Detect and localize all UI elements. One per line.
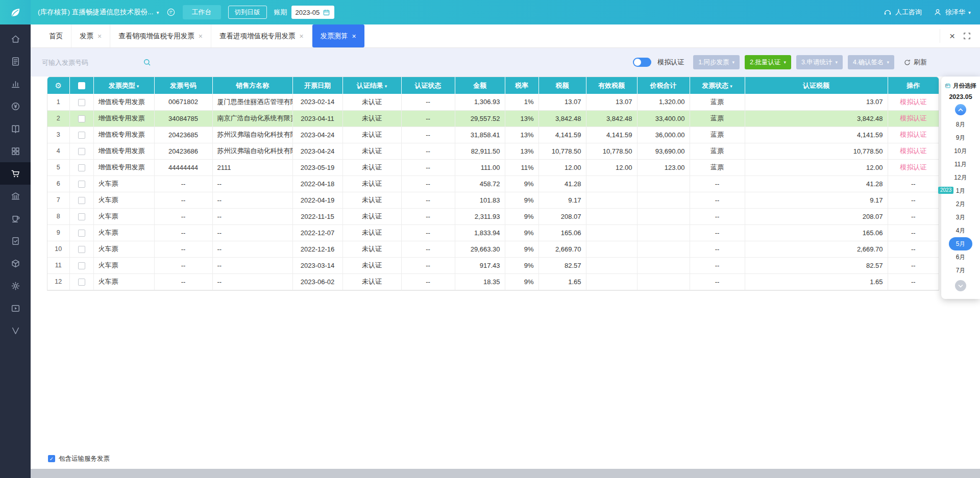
fullscreen-icon[interactable] bbox=[963, 32, 971, 40]
row-checkbox[interactable] bbox=[78, 132, 85, 139]
month-item[interactable]: 7月 bbox=[949, 264, 972, 277]
sidebar-item-invoice[interactable] bbox=[0, 50, 31, 72]
cell-tax-amount: 4,141.59 bbox=[538, 127, 586, 143]
sidebar-item-modules[interactable] bbox=[0, 140, 31, 162]
row-checkbox[interactable] bbox=[78, 115, 85, 122]
column-header-valid-tax[interactable]: 有效税额 bbox=[586, 77, 637, 94]
tab-close-icon[interactable]: × bbox=[97, 33, 102, 40]
cell-total-with-tax bbox=[637, 192, 690, 208]
sidebar-item-ledger[interactable] bbox=[0, 117, 31, 140]
workbench-button[interactable]: 工作台 bbox=[183, 5, 221, 19]
sidebar-item-asset[interactable] bbox=[0, 185, 31, 207]
sidebar-item-service[interactable] bbox=[0, 207, 31, 230]
app-logo[interactable] bbox=[0, 0, 31, 24]
month-item[interactable]: 1月2023 bbox=[949, 184, 972, 197]
company-selector[interactable]: (库存核算) 直播畅捷通信息技术股份... ▾ bbox=[38, 8, 159, 17]
month-item[interactable]: 8月 bbox=[949, 118, 972, 131]
close-tab-icon[interactable]: × bbox=[949, 31, 955, 41]
filter-caret-icon[interactable]: ▾ bbox=[730, 84, 732, 89]
action-button-2[interactable]: 2.批量认证▾ bbox=[745, 55, 791, 69]
tab-3[interactable]: 查看进项增值税专用发票× bbox=[211, 24, 312, 47]
tab-close-icon[interactable]: × bbox=[299, 33, 303, 40]
month-panel-header: » 月份选择 bbox=[941, 81, 980, 91]
column-settings-gear-icon[interactable]: ⚙ bbox=[55, 81, 62, 90]
row-checkbox[interactable] bbox=[78, 197, 85, 204]
switch-version-button[interactable]: 切到日版 bbox=[228, 6, 267, 19]
tab-close-icon[interactable]: × bbox=[199, 33, 203, 40]
row-checkbox[interactable] bbox=[78, 262, 85, 269]
filter-caret-icon[interactable]: ▾ bbox=[137, 84, 139, 89]
refresh-button[interactable]: 刷新 bbox=[903, 58, 927, 67]
sidebar-item-purchase[interactable] bbox=[0, 162, 31, 185]
action-button-4[interactable]: 4.确认签名▾ bbox=[848, 55, 894, 69]
support-link[interactable]: 人工咨询 bbox=[883, 8, 922, 17]
row-checkbox[interactable] bbox=[78, 164, 85, 171]
include-transport-checkbox[interactable]: ✓ bbox=[48, 455, 55, 462]
month-item[interactable]: 11月 bbox=[949, 158, 972, 171]
column-header-label: 发票状态 bbox=[702, 82, 728, 89]
column-header-auth-result[interactable]: 认证结果▾ bbox=[342, 77, 401, 94]
month-item[interactable]: 5月 bbox=[949, 237, 972, 250]
simulate-auth-link[interactable]: 模拟认证 bbox=[900, 147, 926, 155]
row-checkbox[interactable] bbox=[78, 99, 85, 106]
column-header-tax-rate[interactable]: 税率 bbox=[505, 77, 538, 94]
sidebar-item-home[interactable] bbox=[0, 28, 31, 50]
month-item[interactable]: 10月 bbox=[949, 144, 972, 158]
action-button-1[interactable]: 1.同步发票▾ bbox=[693, 55, 740, 69]
column-header-invoice-date[interactable]: 开票日期 bbox=[292, 77, 342, 94]
column-header-invoice-number[interactable]: 发票号码 bbox=[154, 77, 212, 94]
row-checkbox[interactable] bbox=[78, 148, 85, 155]
row-checkbox[interactable] bbox=[78, 230, 85, 237]
column-header-tax-amount[interactable]: 税额 bbox=[538, 77, 586, 94]
column-header-auth-tax[interactable]: 认证税额 bbox=[745, 77, 888, 94]
month-item[interactable]: 3月 bbox=[949, 211, 972, 224]
column-header-seller-name[interactable]: 销售方名称 bbox=[212, 77, 292, 94]
sidebar-item-video[interactable] bbox=[0, 297, 31, 319]
filter-caret-icon[interactable]: ▾ bbox=[385, 84, 387, 89]
column-header-auth-status[interactable]: 认证状态 bbox=[401, 77, 455, 94]
column-header-operation[interactable]: 操作 bbox=[888, 77, 939, 94]
cell-tax-amount: 82.57 bbox=[538, 257, 586, 273]
tab-0[interactable]: 首页 bbox=[41, 24, 71, 47]
simulate-auth-link[interactable]: 模拟认证 bbox=[900, 163, 926, 171]
scroll-up-button[interactable] bbox=[955, 104, 966, 115]
tab-4[interactable]: 发票测算× bbox=[312, 24, 364, 47]
simulate-auth-toggle[interactable] bbox=[633, 58, 651, 67]
collapse-panel-icon[interactable]: » bbox=[945, 82, 948, 89]
action-button-3[interactable]: 3.申请统计▾ bbox=[796, 55, 843, 69]
select-all-checkbox[interactable] bbox=[78, 82, 85, 89]
scroll-down-button[interactable] bbox=[955, 280, 966, 291]
sidebar-item-report[interactable] bbox=[0, 72, 31, 95]
search-icon[interactable] bbox=[143, 58, 152, 67]
simulate-auth-link[interactable]: 模拟认证 bbox=[900, 131, 926, 138]
column-header-amount[interactable]: 金额 bbox=[455, 77, 505, 94]
column-header-invoice-status[interactable]: 发票状态▾ bbox=[690, 77, 745, 94]
column-header-total-with-tax[interactable]: 价税合计 bbox=[637, 77, 690, 94]
tab-2[interactable]: 查看销项增值税专用发票× bbox=[110, 24, 211, 47]
tab-close-icon[interactable]: × bbox=[352, 33, 356, 40]
sidebar-item-cash[interactable] bbox=[0, 95, 31, 117]
simulate-auth-link[interactable]: 模拟认证 bbox=[900, 114, 926, 122]
month-item[interactable]: 4月 bbox=[949, 224, 972, 237]
notice-icon[interactable] bbox=[166, 8, 176, 17]
sidebar-item-brand[interactable] bbox=[0, 319, 31, 342]
cell-valid-tax bbox=[586, 224, 637, 241]
month-item[interactable]: 9月 bbox=[949, 131, 972, 144]
tab-1[interactable]: 发票× bbox=[71, 24, 110, 47]
row-checkbox[interactable] bbox=[78, 181, 85, 188]
month-item[interactable]: 12月 bbox=[949, 171, 972, 184]
user-menu[interactable]: 徐泽华 ▾ bbox=[933, 8, 971, 17]
month-item[interactable]: 2月 bbox=[949, 197, 972, 211]
row-checkbox[interactable] bbox=[78, 246, 85, 253]
row-index: 2 bbox=[47, 110, 69, 127]
sidebar-item-settings[interactable] bbox=[0, 274, 31, 297]
period-picker[interactable]: 2023-05 bbox=[291, 6, 335, 19]
sidebar-item-inventory[interactable] bbox=[0, 252, 31, 274]
row-checkbox[interactable] bbox=[78, 279, 85, 286]
sidebar-item-audit[interactable] bbox=[0, 230, 31, 252]
row-checkbox[interactable] bbox=[78, 213, 85, 220]
search-input[interactable] bbox=[42, 59, 140, 66]
month-item[interactable]: 6月 bbox=[949, 250, 972, 264]
column-header-invoice-type[interactable]: 发票类型▾ bbox=[93, 77, 154, 94]
simulate-auth-link[interactable]: 模拟认证 bbox=[900, 98, 926, 106]
